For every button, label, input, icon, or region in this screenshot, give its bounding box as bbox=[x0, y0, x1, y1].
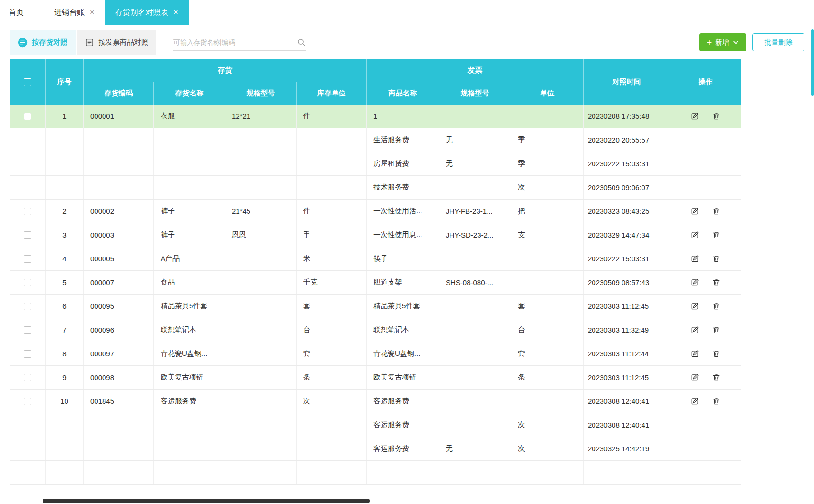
tab-home[interactable]: 首页 bbox=[0, 0, 32, 25]
row-select-cell bbox=[10, 200, 46, 223]
add-button[interactable]: + 新增 bbox=[699, 33, 746, 51]
cell-time: 20230308 12:40:41 bbox=[584, 390, 670, 413]
table-row: 6000095精品茶具5件套套精品茶具5件套套20230303 11:12:45 bbox=[10, 295, 741, 318]
cell-inv-spec: 12*21 bbox=[225, 105, 297, 128]
row-checkbox[interactable] bbox=[24, 231, 31, 239]
delete-icon[interactable] bbox=[712, 349, 721, 358]
edit-icon[interactable] bbox=[690, 278, 699, 287]
subtab-label: 按发票商品对照 bbox=[98, 38, 148, 47]
close-icon[interactable]: × bbox=[173, 9, 178, 16]
cell-prod-unit: 季 bbox=[511, 128, 584, 152]
vertical-scrollbar-thumb[interactable] bbox=[811, 29, 814, 96]
row-checkbox[interactable] bbox=[24, 279, 31, 286]
cell-inv-code: 000005 bbox=[84, 247, 154, 270]
edit-icon[interactable] bbox=[690, 325, 699, 334]
table-body: 1000001衣服12*21件120230208 17:35:48生活服务费无季… bbox=[10, 105, 741, 485]
search-icon[interactable] bbox=[297, 38, 306, 47]
edit-icon[interactable] bbox=[690, 207, 699, 216]
row-actions-cell bbox=[670, 342, 741, 365]
row-select-cell bbox=[10, 390, 46, 413]
edit-icon[interactable] bbox=[690, 112, 699, 121]
edit-icon[interactable] bbox=[690, 373, 699, 382]
cell-prod-unit: 台 bbox=[511, 318, 584, 342]
cell-prod-name: 房屋租赁费 bbox=[367, 152, 439, 175]
cell-prod-unit: 把 bbox=[511, 200, 584, 223]
edit-icon[interactable] bbox=[690, 254, 699, 263]
cell-time: 20230303 11:32:49 bbox=[584, 318, 670, 342]
cell-inv-unit: 件 bbox=[297, 105, 367, 128]
cell-inv-unit bbox=[297, 413, 367, 437]
delete-icon[interactable] bbox=[712, 112, 721, 121]
cell-inv-spec bbox=[225, 318, 297, 342]
toolbar: 按存货对照 按发票商品对照 + 新增 批量删除 bbox=[0, 25, 814, 59]
select-all-checkbox[interactable] bbox=[24, 78, 31, 86]
tab-purchase-sales-ledger[interactable]: 进销台账 × bbox=[44, 0, 105, 25]
horizontal-scrollbar-thumb[interactable] bbox=[43, 499, 370, 503]
row-checkbox[interactable] bbox=[24, 303, 31, 310]
cell-prod-spec bbox=[439, 342, 511, 365]
tab-inventory-alias-table[interactable]: 存货别名对照表 × bbox=[105, 0, 188, 25]
delete-icon[interactable] bbox=[712, 230, 721, 239]
row-actions-cell bbox=[670, 247, 741, 270]
cell-inv-name bbox=[154, 437, 225, 460]
edit-icon[interactable] bbox=[690, 302, 699, 311]
delete-icon[interactable] bbox=[712, 302, 721, 311]
table-row: 2000002裤子21*45件一次性使用活...JHY-FB-23-1...把2… bbox=[10, 200, 741, 223]
row-checkbox[interactable] bbox=[24, 374, 31, 381]
cell-inv-code bbox=[84, 461, 154, 484]
row-checkbox[interactable] bbox=[24, 208, 31, 215]
cell-prod-unit: 条 bbox=[511, 366, 584, 389]
cell-inv-name bbox=[154, 176, 225, 199]
cell-prod-name: 胆道支架 bbox=[367, 271, 439, 294]
cell-prod-name: 青花瓷U盘钢... bbox=[367, 342, 439, 365]
invoice-compare-icon bbox=[85, 38, 94, 47]
row-select-cell bbox=[10, 223, 46, 247]
cell-inv-name: 欧美复古项链 bbox=[154, 366, 225, 389]
cell-prod-unit bbox=[511, 461, 584, 484]
cell-prod-spec: SHS-08-080-... bbox=[439, 271, 511, 294]
row-checkbox[interactable] bbox=[24, 398, 31, 405]
subtab-by-invoice-product[interactable]: 按发票商品对照 bbox=[77, 30, 156, 55]
delete-icon[interactable] bbox=[712, 278, 721, 287]
cell-time: 20230208 17:35:48 bbox=[584, 105, 670, 128]
edit-icon[interactable] bbox=[690, 230, 699, 239]
subtab-by-inventory[interactable]: 按存货对照 bbox=[10, 30, 76, 55]
edit-icon[interactable] bbox=[690, 397, 699, 406]
delete-icon[interactable] bbox=[712, 207, 721, 216]
row-actions-cell bbox=[670, 413, 741, 437]
search-input[interactable] bbox=[173, 38, 297, 46]
cell-inv-unit: 千克 bbox=[297, 271, 367, 294]
cell-inv-code bbox=[84, 437, 154, 460]
cell-prod-unit: 次 bbox=[511, 176, 584, 199]
delete-icon[interactable] bbox=[712, 325, 721, 334]
cell-inv-spec bbox=[225, 176, 297, 199]
delete-icon[interactable] bbox=[712, 373, 721, 382]
row-checkbox[interactable] bbox=[24, 255, 31, 263]
cell-prod-spec bbox=[439, 176, 511, 199]
cell-seq: 4 bbox=[46, 247, 84, 270]
cell-time: 20230325 14:42:19 bbox=[584, 437, 670, 460]
cell-inv-unit bbox=[297, 437, 367, 460]
edit-icon[interactable] bbox=[690, 349, 699, 358]
cell-time: 20230329 14:47:34 bbox=[584, 223, 670, 247]
cell-inv-unit: 台 bbox=[297, 318, 367, 342]
group-header-inventory: 存货 bbox=[83, 59, 366, 82]
row-checkbox[interactable] bbox=[24, 113, 31, 120]
col-header-inv-unit: 库存单位 bbox=[296, 82, 366, 105]
cell-inv-unit bbox=[297, 176, 367, 199]
delete-icon[interactable] bbox=[712, 397, 721, 406]
row-checkbox[interactable] bbox=[24, 326, 31, 334]
close-icon[interactable]: × bbox=[90, 9, 94, 16]
col-header-seq: 序号 bbox=[45, 59, 83, 105]
col-header-inv-name: 存货名称 bbox=[153, 82, 225, 105]
cell-inv-name: 青花瓷U盘钢... bbox=[154, 342, 225, 365]
batch-delete-button[interactable]: 批量删除 bbox=[752, 33, 804, 51]
delete-icon[interactable] bbox=[712, 254, 721, 263]
cell-prod-name: 联想笔记本 bbox=[367, 318, 439, 342]
cell-inv-name bbox=[154, 461, 225, 484]
cell-inv-code: 000097 bbox=[84, 342, 154, 365]
cell-inv-code bbox=[84, 152, 154, 175]
cell-prod-name: 一次性使用息... bbox=[367, 223, 439, 247]
row-checkbox[interactable] bbox=[24, 350, 31, 358]
cell-time: 20230308 12:40:41 bbox=[584, 413, 670, 437]
